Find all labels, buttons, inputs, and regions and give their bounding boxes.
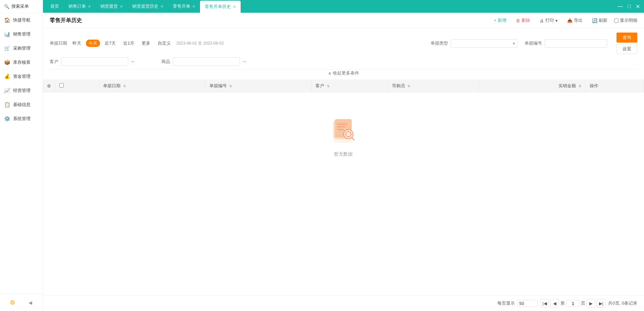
close-retail-open-icon[interactable]: ✕: [192, 4, 195, 9]
doc-type-select[interactable]: [451, 39, 518, 48]
close-sales-order-icon[interactable]: ✕: [88, 4, 91, 9]
tab-sales-order[interactable]: 销售订单 ✕: [64, 0, 96, 13]
goods-label: 商品: [161, 59, 170, 65]
maximize-button[interactable]: □: [626, 3, 632, 9]
first-page-button[interactable]: |◀: [540, 299, 549, 308]
settings-icon[interactable]: ⚙: [7, 298, 17, 308]
th-no: 单据编号 ⇅: [205, 80, 311, 92]
page-header: 零售开单历史 + 新增 🗑 删除 🖨 打印 ▾ 📤 导出 🔄: [43, 13, 644, 29]
sidebar-icon-ops-mgmt: 📈: [4, 88, 10, 94]
refresh-button[interactable]: 🔄 刷新: [589, 16, 610, 25]
show-detail-checkbox-wrap[interactable]: 显示明细: [614, 17, 637, 23]
print-button[interactable]: 🖨 打印 ▾: [537, 16, 560, 25]
close-sales-return-history-icon[interactable]: ✕: [160, 4, 163, 9]
tab-sales-order-label: 销售订单: [68, 3, 86, 9]
sidebar-item-quick-nav[interactable]: 🏠快捷导航: [0, 13, 43, 27]
table-body: 暂无数据: [43, 92, 644, 171]
minimize-button[interactable]: —: [616, 3, 624, 9]
date-opt-7days[interactable]: 近7天: [102, 40, 118, 47]
next-page-button[interactable]: ▶: [587, 299, 595, 308]
close-window-button[interactable]: ✕: [634, 3, 641, 10]
page-number-input[interactable]: [566, 300, 580, 307]
date-options: 昨天 今天 近7天 近1月 更多 自定义: [70, 40, 174, 47]
empty-state: 暂无数据: [43, 92, 644, 171]
per-page-select[interactable]: 50 10 20 100: [517, 300, 538, 307]
add-button[interactable]: + 新增: [491, 16, 509, 25]
empty-text: 暂无数据: [334, 151, 353, 157]
goods-dots[interactable]: ···: [243, 59, 246, 64]
tab-retail-open-history[interactable]: 零售开单历史 ✕: [200, 1, 241, 13]
show-detail-checkbox[interactable]: [614, 18, 618, 23]
sidebar-item-purchase-mgmt[interactable]: 🛒采购管理: [0, 41, 43, 55]
tab-home[interactable]: 首页: [46, 0, 64, 13]
filter-area: 单据日期 昨天 今天 近7天 近1月 更多 自定义 2023-06-02 至 2…: [43, 29, 644, 80]
tab-sales-return-history[interactable]: 销货退货历史 ✕: [128, 0, 168, 13]
select-all-checkbox[interactable]: [59, 83, 64, 88]
sort-guide-icon[interactable]: ⇅: [407, 84, 410, 88]
sidebar-search-label: 搜索采单: [11, 3, 29, 9]
sidebar-item-ops-mgmt[interactable]: 📈经营管理: [0, 84, 43, 98]
sidebar-item-inventory[interactable]: 📦库存核算: [0, 55, 43, 69]
sidebar-item-sys-mgmt[interactable]: ⚙️系统管理: [0, 112, 43, 126]
goods-input[interactable]: [173, 57, 240, 66]
customer-dots[interactable]: ···: [131, 59, 135, 64]
last-page-button[interactable]: ▶|: [597, 299, 605, 308]
th-action-label: 操作: [590, 83, 598, 88]
date-opt-today[interactable]: 今天: [86, 40, 100, 47]
sort-date-icon[interactable]: ⇅: [123, 84, 126, 88]
query-button[interactable]: 查询: [616, 33, 637, 43]
collapse-button[interactable]: ∧ 收起更多条件: [50, 69, 637, 77]
sidebar-icon-purchase-mgmt: 🛒: [4, 45, 10, 51]
svg-point-0: [333, 139, 353, 143]
doc-no-label: 单据编号: [525, 40, 542, 46]
doc-type-label: 单据类型: [431, 40, 448, 46]
doc-no-input[interactable]: [545, 39, 607, 48]
sort-customer-icon[interactable]: ⇅: [327, 84, 330, 88]
tab-retail-open-history-label: 零售开单历史: [205, 4, 231, 10]
sort-no-icon[interactable]: ⇅: [229, 84, 232, 88]
th-settings[interactable]: ⚙: [43, 80, 55, 92]
sidebar-label-sales-mgmt: 销售管理: [13, 31, 31, 37]
date-opt-yesterday[interactable]: 昨天: [70, 40, 84, 47]
date-opt-custom[interactable]: 自定义: [155, 40, 174, 47]
close-sales-return-icon[interactable]: ✕: [120, 4, 123, 9]
date-range-text: 2023-06-02 至 2023-06-02: [176, 41, 224, 46]
filter-customer: 客户 ···: [50, 57, 135, 66]
sidebar-icon-finance: 💰: [4, 73, 10, 80]
filter-row-1: 单据日期 昨天 今天 近7天 近1月 更多 自定义 2023-06-02 至 2…: [50, 33, 637, 54]
sidebar-label-inventory: 库存核算: [13, 59, 31, 65]
sidebar-icon-inventory: 📦: [4, 59, 10, 65]
sidebar-label-finance: 资金管理: [13, 73, 31, 80]
sidebar: 🔍 搜索采单 🏠快捷导航📊销售管理🛒采购管理📦库存核算💰资金管理📈经营管理📋基础…: [0, 0, 43, 311]
sidebar-item-finance[interactable]: 💰资金管理: [0, 69, 43, 84]
print-icon: 🖨: [540, 18, 544, 23]
refresh-label: 刷新: [599, 17, 607, 23]
date-opt-more[interactable]: 更多: [139, 40, 153, 47]
export-button[interactable]: 📤 导出: [564, 16, 585, 25]
empty-illustration: [327, 112, 360, 146]
sidebar-item-basic-info[interactable]: 📋基础信息: [0, 98, 43, 112]
customer-input[interactable]: [61, 57, 128, 66]
th-amount: 实销金额 ⇅: [479, 80, 586, 92]
sidebar-item-sales-mgmt[interactable]: 📊销售管理: [0, 27, 43, 41]
prev-page-button[interactable]: ◀: [550, 299, 559, 308]
th-date: 单据日期 ⇅: [99, 80, 205, 92]
collapse-sidebar-icon[interactable]: ◀: [25, 298, 35, 308]
close-retail-open-history-icon[interactable]: ✕: [233, 5, 236, 9]
filter-doc-no: 单据编号: [525, 39, 607, 48]
doc-type-select-wrap: [451, 39, 518, 48]
svg-line-8: [352, 138, 354, 140]
tab-retail-open[interactable]: 零售开单 ✕: [168, 0, 200, 13]
tab-sales-return-history-label: 销货退货历史: [132, 3, 158, 9]
date-opt-1month[interactable]: 近1月: [120, 40, 137, 47]
settings-button[interactable]: 设置: [616, 44, 637, 54]
sidebar-search[interactable]: 🔍 搜索采单: [0, 0, 43, 13]
date-filter-label: 单据日期: [50, 40, 67, 46]
tab-sales-return[interactable]: 销货退货 ✕: [96, 0, 128, 13]
filter-date: 单据日期 昨天 今天 近7天 近1月 更多 自定义 2023-06-02 至 2…: [50, 40, 224, 47]
delete-button[interactable]: 🗑 删除: [513, 16, 533, 25]
customer-label: 客户: [50, 59, 58, 65]
sort-amount-icon[interactable]: ⇅: [579, 84, 581, 88]
filter-doc-type: 单据类型: [431, 39, 518, 48]
page-nav: |◀ ◀ 第 页 ▶ ▶|: [540, 299, 605, 308]
